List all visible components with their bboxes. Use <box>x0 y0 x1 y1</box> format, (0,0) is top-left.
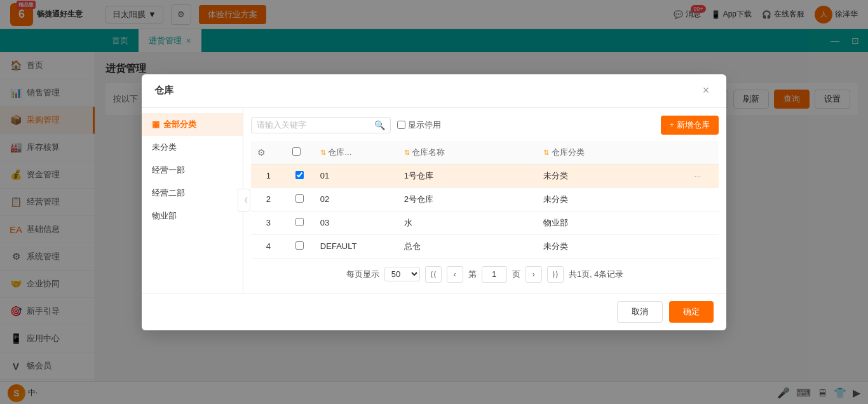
modal-cat-all[interactable]: ▦ 全部分类 <box>142 113 243 136</box>
confirm-btn[interactable]: 确定 <box>669 301 714 323</box>
row-name-cell: 2号仓库 <box>398 187 538 211</box>
modal-cat-dept1-label: 经营一部 <box>152 165 185 176</box>
first-page-btn[interactable]: ⟨⟨ <box>425 266 442 283</box>
warehouse-table: ⚙ ⇅ 仓库... ⇅ <box>251 141 719 259</box>
col-header-name-label: 仓库名称 <box>412 147 445 157</box>
col-header-name[interactable]: ⇅ 仓库名称 <box>398 141 538 165</box>
row-checkbox-cell <box>286 211 314 234</box>
sort-icon-cat: ⇅ <box>543 149 549 156</box>
select-all-checkbox[interactable] <box>292 147 301 156</box>
page-label-pre: 第 <box>468 269 477 280</box>
row-cat-cell: 物业部 <box>537 211 677 234</box>
row-action-icon[interactable]: ··· <box>695 171 702 180</box>
row-cat-cell: 未分类 <box>537 187 677 211</box>
modal-cat-all-label: 全部分类 <box>163 119 196 130</box>
search-input[interactable] <box>257 120 374 130</box>
table-header-row: ⚙ ⇅ 仓库... ⇅ <box>251 141 719 165</box>
col-header-category[interactable]: ⇅ 仓库分类 <box>537 141 677 165</box>
add-warehouse-btn[interactable]: + 新增仓库 <box>661 116 719 135</box>
show-disabled-checkbox[interactable]: 显示停用 <box>397 119 441 131</box>
col-header-gear[interactable]: ⚙ <box>251 141 286 165</box>
table-row[interactable]: 2 02 2号仓库 未分类 <box>251 187 719 211</box>
search-box: 🔍 <box>251 117 391 133</box>
row-checkbox-cell <box>286 164 314 187</box>
modal-cat-property[interactable]: 物业部 <box>142 205 243 227</box>
gear-header-icon: ⚙ <box>257 147 266 158</box>
row-ops-cell <box>677 211 719 234</box>
modal-cat-dept2-label: 经营二部 <box>152 187 185 199</box>
row-code-cell: 01 <box>314 164 398 187</box>
row-code-cell: 03 <box>314 211 398 234</box>
row-cat-cell: 未分类 <box>537 164 677 187</box>
row-checkbox[interactable] <box>295 241 304 250</box>
row-name-cell: 总仓 <box>398 234 538 258</box>
modal-cat-dept2[interactable]: 经营二部 <box>142 182 243 205</box>
row-no: 1 <box>266 171 271 180</box>
modal-cat-uncategorized[interactable]: 未分类 <box>142 136 243 159</box>
row-no: 2 <box>266 194 271 204</box>
pagination: 每页显示 50 10 20 100 ⟨⟨ ‹ 第 页 › ⟩⟩ 共1页, 4条记… <box>251 259 719 285</box>
last-page-btn[interactable]: ⟩⟩ <box>547 266 564 283</box>
table-body: 1 01 1号仓库 未分类 ··· 2 02 2号仓库 未分类 3 03 水 物… <box>251 164 719 258</box>
col-header-code[interactable]: ⇅ 仓库... <box>314 141 398 165</box>
cancel-btn[interactable]: 取消 <box>617 301 663 323</box>
show-disabled-label: 显示停用 <box>408 119 441 131</box>
row-gear-cell: 1 <box>251 164 286 187</box>
page-size-label: 每页显示 <box>346 269 379 280</box>
row-name-cell: 1号仓库 <box>398 164 538 187</box>
show-disabled-check[interactable] <box>397 121 405 129</box>
search-icon: 🔍 <box>374 120 385 130</box>
row-ops-cell <box>677 234 719 258</box>
modal-close-btn[interactable]: × <box>698 83 714 98</box>
col-header-category-label: 仓库分类 <box>552 147 585 157</box>
row-checkbox-cell <box>286 234 314 258</box>
row-ops-cell <box>677 187 719 211</box>
modal-footer: 取消 确定 <box>142 293 726 330</box>
table-container: ⚙ ⇅ 仓库... ⇅ <box>251 141 719 259</box>
modal-body: ▦ 全部分类 未分类 经营一部 经营二部 物业部 《 <box>142 108 726 293</box>
row-code-cell: 02 <box>314 187 398 211</box>
modal-cat-dept1[interactable]: 经营一部 <box>142 159 243 182</box>
total-info: 共1页, 4条记录 <box>569 269 624 280</box>
col-header-ops <box>677 141 719 165</box>
col-header-code-label: 仓库... <box>328 147 351 157</box>
modal-cat-property-label: 物业部 <box>152 210 177 222</box>
row-checkbox[interactable] <box>295 194 304 203</box>
prev-page-btn[interactable]: ‹ <box>447 266 463 283</box>
sort-icon-code: ⇅ <box>320 149 326 156</box>
row-code-cell: DEFAULT <box>314 234 398 258</box>
row-checkbox-cell <box>286 187 314 211</box>
page-size-select[interactable]: 50 10 20 100 <box>384 267 420 281</box>
row-no: 4 <box>266 241 271 251</box>
modal-cat-uncategorized-label: 未分类 <box>152 142 177 153</box>
modal-sidebar: ▦ 全部分类 未分类 经营一部 经营二部 物业部 《 <box>142 108 243 293</box>
row-gear-cell: 3 <box>251 211 286 234</box>
warehouse-modal: 仓库 × ▦ 全部分类 未分类 经营一部 经营二部 <box>142 74 726 330</box>
modal-header: 仓库 × <box>142 74 726 108</box>
all-cat-icon: ▦ <box>152 119 159 129</box>
table-row[interactable]: 3 03 水 物业部 <box>251 211 719 234</box>
table-row[interactable]: 4 DEFAULT 总仓 未分类 <box>251 234 719 258</box>
page-number-input[interactable] <box>482 266 507 283</box>
row-gear-cell: 2 <box>251 187 286 211</box>
page-label-post: 页 <box>512 269 520 280</box>
row-checkbox[interactable] <box>295 171 304 179</box>
sidebar-collapse-btn[interactable]: 《 <box>238 189 250 212</box>
next-page-btn[interactable]: › <box>526 266 542 283</box>
row-checkbox[interactable] <box>295 218 304 226</box>
table-row[interactable]: 1 01 1号仓库 未分类 ··· <box>251 164 719 187</box>
row-gear-cell: 4 <box>251 234 286 258</box>
row-cat-cell: 未分类 <box>537 234 677 258</box>
modal-overlay[interactable]: 仓库 × ▦ 全部分类 未分类 经营一部 经营二部 <box>0 0 868 404</box>
sort-icon-name: ⇅ <box>404 149 410 156</box>
row-ops-cell: ··· <box>677 164 719 187</box>
col-header-checkbox <box>286 141 314 165</box>
row-no: 3 <box>266 218 271 227</box>
modal-toolbar: 🔍 显示停用 + 新增仓库 <box>251 116 719 135</box>
modal-right-content: 🔍 显示停用 + 新增仓库 ⚙ <box>243 108 726 293</box>
row-name-cell: 水 <box>398 211 538 234</box>
modal-title: 仓库 <box>154 84 173 97</box>
